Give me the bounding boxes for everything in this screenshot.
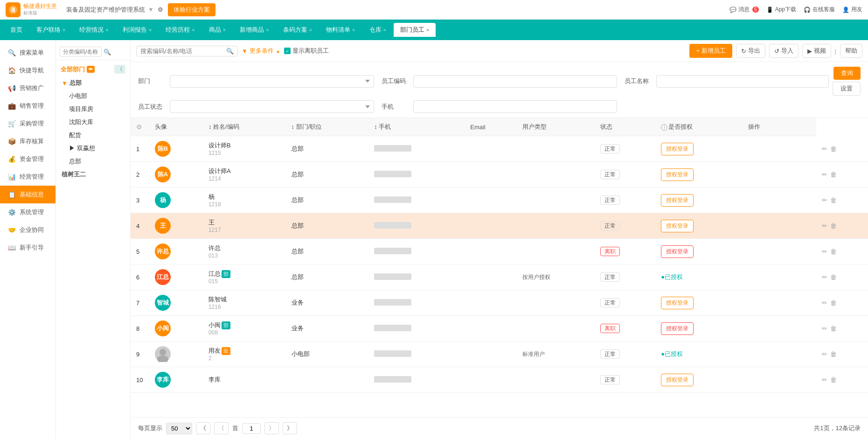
tab-close-icon[interactable]: × (309, 27, 312, 33)
nav-tab-部门员工[interactable]: 部门员工× (394, 23, 436, 37)
sidebar-item-basic-info[interactable]: 📋基础信息 (0, 186, 56, 203)
filter-empname-input[interactable] (656, 75, 829, 88)
tab-close-icon[interactable]: × (192, 27, 194, 33)
edit-icon[interactable]: ✏ (822, 145, 827, 153)
dept-collapse-btn[interactable]: 《 (114, 65, 125, 74)
sidebar-item-ops[interactable]: 📊经营管理 (0, 168, 56, 186)
tab-close-icon[interactable]: × (223, 27, 226, 33)
help-btn[interactable]: 帮助 (840, 44, 862, 58)
tab-close-icon[interactable]: × (62, 27, 65, 33)
tab-close-icon[interactable]: × (426, 27, 429, 33)
next-page-btn[interactable]: 〉 (264, 422, 279, 434)
add-employee-btn[interactable]: + 新增员工 (689, 44, 732, 58)
sidebar-item-finance[interactable]: 💰资金管理 (0, 150, 56, 168)
delete-icon[interactable]: 🗑 (830, 222, 837, 230)
edit-icon[interactable]: ✏ (822, 196, 827, 204)
online-service-btn[interactable]: 🎧 在线客服 (804, 6, 835, 14)
nav-tab-条码方案[interactable]: 条码方案× (277, 23, 319, 37)
auth-login-btn[interactable]: 授权登录 (661, 220, 694, 232)
auth-login-btn[interactable]: 授权登录 (661, 168, 694, 181)
sidebar-item-guide[interactable]: 📖新手引导 (0, 239, 56, 257)
nav-tab-经营情况[interactable]: 经营情况× (73, 23, 115, 37)
nav-tab-客户联络[interactable]: 客户联络× (30, 23, 72, 37)
filter-dept-select[interactable] (170, 75, 374, 88)
tab-close-icon[interactable]: × (266, 27, 269, 33)
resigned-checkbox[interactable]: ✓ (284, 48, 291, 54)
edit-icon[interactable]: ✏ (822, 350, 827, 358)
dept-edit-icon[interactable]: ✏ (87, 66, 95, 73)
col-dept-position[interactable]: ↕ 部门/职位 (286, 118, 369, 136)
edit-icon[interactable]: ✏ (822, 222, 827, 230)
app-download-btn[interactable]: 📱 App下载 (766, 6, 796, 14)
per-page-select[interactable]: 50 20 100 (166, 423, 192, 434)
nav-tab-首页[interactable]: 首页 (4, 23, 29, 37)
tab-close-icon[interactable]: × (352, 27, 355, 33)
col-name-code[interactable]: ↕ 姓名/编码 (203, 118, 286, 136)
dept-node-shuangyingxiang[interactable]: ▶ 双赢想 (65, 142, 128, 155)
export-btn[interactable]: ↻ 导出 (736, 44, 765, 58)
delete-icon[interactable]: 🗑 (830, 376, 837, 383)
dept-node-peihuo[interactable]: 配货 (65, 129, 128, 142)
reset-btn[interactable]: 设置 (833, 82, 861, 96)
nav-tab-新增商品[interactable]: 新增商品× (233, 23, 275, 37)
delete-icon[interactable]: 🗑 (830, 299, 837, 307)
show-resigned-toggle[interactable]: ✓ 显示离职员工 (284, 47, 329, 55)
dept-all-header[interactable]: 全部部门 ✏ 《 (56, 62, 130, 77)
auth-login-btn[interactable]: 授权登录 (661, 245, 694, 258)
sidebar-item-corp[interactable]: 🤝企业协同 (0, 221, 56, 239)
nav-tab-物料清单[interactable]: 物料清单× (319, 23, 361, 37)
auth-login-btn[interactable]: 授权登录 (661, 194, 694, 207)
auth-login-btn[interactable]: 授权登录 (661, 143, 694, 155)
filter-phone-input[interactable] (413, 100, 618, 113)
filter-empcode-input[interactable] (413, 75, 618, 88)
prev-page-btn[interactable]: 〈 (214, 422, 229, 434)
delete-icon[interactable]: 🗑 (830, 273, 837, 281)
first-page-btn[interactable]: 《 (196, 422, 210, 434)
auth-login-btn[interactable]: 授权登录 (661, 374, 694, 386)
page-input[interactable] (242, 423, 261, 434)
edit-icon[interactable]: ✏ (822, 376, 827, 383)
trial-button[interactable]: 体验行业方案 (168, 3, 215, 16)
dept-node-shenyangdaku[interactable]: 沈阳大库 (65, 116, 128, 129)
delete-icon[interactable]: 🗑 (830, 171, 837, 178)
sidebar-item-inventory[interactable]: 📦库存核算 (0, 132, 56, 150)
delete-icon[interactable]: 🗑 (830, 325, 837, 332)
user-btn[interactable]: 👤 用友 (842, 6, 862, 14)
view-btn[interactable]: ▶ 视频 (802, 44, 831, 58)
edit-icon[interactable]: ✏ (822, 325, 827, 332)
nav-tab-经营历程[interactable]: 经营历程× (159, 23, 201, 37)
search-btn[interactable]: 查询 (833, 67, 861, 80)
tab-close-icon[interactable]: × (105, 27, 108, 33)
dept-node-xiangmuku[interactable]: 项目库房 (65, 103, 128, 116)
delete-icon[interactable]: 🗑 (830, 248, 837, 255)
tab-close-icon[interactable]: × (383, 27, 386, 33)
col-phone[interactable]: ↕ 手机 (368, 118, 465, 136)
import-btn[interactable]: ↺ 导入 (769, 44, 799, 58)
nav-tab-仓库[interactable]: 仓库× (363, 23, 393, 37)
edit-icon[interactable]: ✏ (822, 248, 827, 255)
dept-node-xiaodian[interactable]: 小电部 (65, 90, 128, 103)
sidebar-item-quick-nav[interactable]: 🏠快捷导航 (0, 62, 56, 79)
nav-tab-利润报告[interactable]: 利润报告× (116, 23, 158, 37)
dept-node-zhishu[interactable]: 植树王二 (58, 168, 128, 181)
search-input[interactable] (140, 48, 224, 55)
delete-icon[interactable]: 🗑 (830, 350, 837, 358)
dept-search-input[interactable] (60, 47, 102, 57)
tab-close-icon[interactable]: × (149, 27, 152, 33)
col-settings[interactable]: ⚙ (131, 118, 149, 136)
edit-icon[interactable]: ✏ (822, 273, 827, 281)
edit-icon[interactable]: ✏ (822, 171, 827, 178)
last-page-btn[interactable]: 》 (283, 422, 297, 434)
auth-login-btn[interactable]: 授权登录 (661, 297, 694, 309)
nav-tab-商品[interactable]: 商品× (202, 23, 232, 37)
sidebar-item-marketing[interactable]: 📢营销推广 (0, 79, 56, 97)
dept-node-zongbu[interactable]: 总部 (65, 155, 128, 168)
sidebar-item-sales[interactable]: 💼销售管理 (0, 97, 56, 115)
edit-icon[interactable]: ✏ (822, 299, 827, 307)
delete-icon[interactable]: 🗑 (830, 196, 837, 204)
sidebar-item-purchase[interactable]: 🛒采购管理 (0, 115, 56, 132)
auth-login-btn[interactable]: 授权登录 (661, 322, 694, 335)
more-conditions-btn[interactable]: ▼ 更多条件 ▲ (242, 47, 280, 55)
message-btn[interactable]: 💬 消息 5 (729, 6, 759, 14)
sidebar-item-search-menu[interactable]: 🔍搜索菜单 (0, 44, 56, 62)
